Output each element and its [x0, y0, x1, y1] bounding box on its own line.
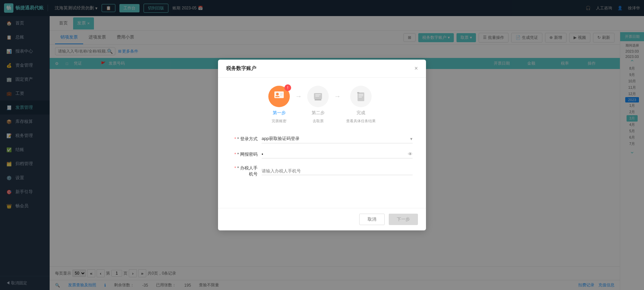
- login-method-text: * 登录方式: [237, 136, 258, 141]
- cancel-button[interactable]: 取消: [359, 214, 385, 225]
- modal-overlay[interactable]: 税务数字账户 ×: [0, 0, 644, 290]
- modal-close-button[interactable]: ×: [414, 65, 418, 72]
- svg-rect-13: [359, 94, 363, 95]
- step-1-icon-symbol: [272, 89, 286, 104]
- step-arrow-2: →: [329, 92, 346, 100]
- phone-text: * 办税人手机号: [237, 165, 258, 176]
- password-row: * * 网报密码 👁: [231, 150, 413, 158]
- step-2-desc: 去取票: [313, 119, 324, 124]
- password-required: *: [234, 152, 236, 157]
- login-method-required: *: [234, 136, 236, 141]
- step-1-label: 第一步: [273, 110, 286, 116]
- svg-rect-10: [315, 96, 319, 96]
- modal-body: ! 第一步 完善账密 →: [218, 78, 426, 208]
- step-arrow-1: →: [290, 92, 307, 100]
- svg-rect-15: [359, 97, 362, 97]
- password-label: * * 网报密码: [231, 151, 262, 157]
- svg-rect-16: [357, 92, 359, 93]
- step-3-icon: [350, 86, 372, 107]
- svg-rect-4: [280, 93, 283, 94]
- password-field-container: 👁: [262, 150, 413, 158]
- tax-account-modal: 税务数字账户 ×: [218, 60, 426, 230]
- step-1-desc: 完善账密: [272, 119, 286, 124]
- step-3-svg: [354, 90, 368, 103]
- svg-point-2: [276, 93, 279, 95]
- step-2-label: 第二步: [312, 110, 325, 116]
- step-3-label: 完成: [357, 110, 365, 116]
- step-1-icon: !: [268, 86, 290, 107]
- step-1: ! 第一步 完善账密: [268, 86, 290, 124]
- svg-rect-3: [275, 96, 279, 97]
- show-password-icon[interactable]: 👁: [408, 151, 413, 157]
- phone-field-container: [262, 167, 413, 175]
- step-2-icon: [307, 86, 329, 107]
- modal-footer: 取消 下一步: [218, 208, 426, 230]
- login-method-label: * * 登录方式: [231, 136, 262, 142]
- step-3-desc: 查看具体任务结果: [346, 119, 376, 124]
- step-1-svg: [272, 89, 286, 102]
- form-spacer: [231, 184, 413, 200]
- svg-rect-9: [315, 94, 321, 95]
- step-1-badge: !: [284, 84, 291, 91]
- svg-rect-8: [315, 99, 321, 100]
- login-method-select[interactable]: app获取验证码登录 ▾: [262, 134, 413, 143]
- login-method-dropdown-icon: ▾: [410, 136, 413, 141]
- phone-required: *: [234, 165, 236, 170]
- login-method-row: * * 登录方式 app获取验证码登录 ▾: [231, 134, 413, 143]
- modal-form: * * 登录方式 app获取验证码登录 ▾ * * 网报密码: [231, 134, 413, 200]
- next-button[interactable]: 下一步: [389, 214, 418, 225]
- modal-header: 税务数字账户 ×: [218, 60, 426, 78]
- password-text: * 网报密码: [237, 152, 258, 157]
- phone-row: * * 办税人手机号: [231, 165, 413, 177]
- steps-container: ! 第一步 完善账密 →: [231, 86, 413, 124]
- svg-rect-14: [359, 95, 363, 96]
- login-method-value: app获取验证码登录: [262, 136, 300, 142]
- step-3: 完成 查看具体任务结果: [346, 86, 376, 124]
- svg-rect-5: [280, 95, 282, 95]
- phone-input[interactable]: [262, 168, 413, 173]
- phone-label: * * 办税人手机号: [231, 165, 262, 177]
- step-2: 第二步 去取票: [307, 86, 329, 124]
- modal-title: 税务数字账户: [226, 65, 256, 72]
- password-input[interactable]: [262, 152, 408, 157]
- step-2-svg: [311, 90, 325, 103]
